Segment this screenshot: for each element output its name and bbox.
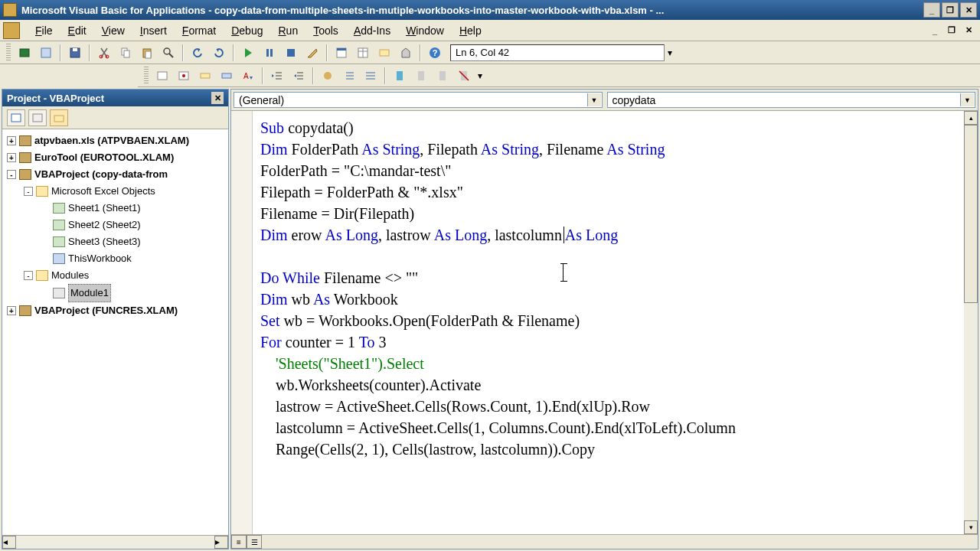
menu-add-ins[interactable]: Add-Ins [346, 21, 398, 40]
indent-button[interactable] [267, 66, 287, 86]
undo-button[interactable] [188, 43, 207, 63]
copy-button[interactable] [116, 43, 136, 63]
toolbox-button[interactable] [396, 43, 416, 63]
break-button[interactable] [260, 43, 279, 63]
view-code-button[interactable] [7, 109, 25, 126]
reset-button[interactable] [281, 43, 301, 63]
tree-expander[interactable]: + [7, 136, 16, 145]
menu-run[interactable]: Run [270, 21, 305, 40]
toolbar-overflow[interactable]: ▾ [665, 43, 675, 63]
dropdown-arrow-icon[interactable]: ▼ [587, 93, 601, 106]
tree-expander[interactable]: - [7, 170, 16, 179]
cursor-position: Ln 6, Col 42 [450, 44, 665, 61]
tree-expander[interactable]: - [24, 187, 33, 196]
breakpoint-button[interactable] [318, 66, 338, 86]
toolbar-grip[interactable] [144, 67, 149, 85]
tree-node[interactable]: Module1 [4, 284, 227, 302]
project-close-button[interactable]: ✕ [211, 92, 224, 104]
menu-help[interactable]: Help [452, 21, 489, 40]
save-button[interactable] [65, 43, 85, 63]
mdi-close[interactable]: ✕ [962, 24, 975, 37]
menu-edit[interactable]: Edit [60, 21, 94, 40]
toggle-folders-button[interactable] [50, 109, 68, 126]
minimize-button[interactable]: _ [923, 2, 940, 18]
bookmark-prev-button[interactable] [433, 66, 452, 86]
full-module-view-button[interactable]: ☰ [247, 535, 262, 549]
mdi-minimize[interactable]: _ [928, 24, 942, 37]
svg-rect-23 [158, 72, 167, 80]
tree-label: Sheet2 (Sheet2) [68, 217, 141, 233]
complete-word-button[interactable]: A [238, 66, 258, 86]
tree-expander[interactable]: + [7, 153, 16, 162]
scroll-down-button[interactable]: ▾ [964, 520, 978, 534]
code-margin[interactable] [231, 111, 253, 534]
tree-node[interactable]: ThisWorkbook [4, 250, 227, 267]
project-explorer-button[interactable] [332, 43, 351, 63]
sheet-icon [53, 220, 65, 230]
insert-module-button[interactable] [36, 43, 56, 63]
tree-node[interactable]: -VBAProject (copy-data-from [4, 166, 227, 183]
svg-rect-12 [266, 49, 269, 57]
menu-debug[interactable]: Debug [224, 21, 270, 40]
run-button[interactable] [238, 43, 258, 63]
scroll-thumb[interactable] [964, 125, 978, 303]
restore-button[interactable]: ❐ [942, 2, 959, 18]
view-excel-button[interactable] [15, 43, 34, 63]
tree-node[interactable]: +EuroTool (EUROTOOL.XLAM) [4, 149, 227, 166]
mdi-restore[interactable]: ❐ [945, 24, 959, 37]
svg-rect-1 [41, 48, 51, 57]
tree-node[interactable]: +atpvbaen.xls (ATPVBAEN.XLAM) [4, 132, 227, 149]
scroll-right-button[interactable]: ▸ [214, 536, 228, 549]
menu-view[interactable]: View [94, 21, 132, 40]
dropdown-arrow-icon[interactable]: ▼ [960, 93, 974, 106]
comment-block-button[interactable] [339, 66, 359, 86]
list-constants-button[interactable] [174, 66, 194, 86]
tree-node[interactable]: Sheet3 (Sheet3) [4, 233, 227, 250]
tree-node[interactable]: +VBAProject (FUNCRES.XLAM) [4, 302, 227, 319]
menu-tools[interactable]: Tools [305, 21, 346, 40]
close-button[interactable]: ✕ [960, 2, 977, 18]
toolbar-grip[interactable] [6, 44, 11, 62]
uncomment-block-button[interactable] [361, 66, 381, 86]
view-object-button[interactable] [28, 109, 47, 126]
help-button[interactable]: ? [425, 43, 445, 63]
menu-format[interactable]: Format [175, 21, 224, 40]
menu-window[interactable]: Window [398, 21, 452, 40]
tree-expander[interactable]: - [24, 271, 33, 280]
tree-node[interactable]: -Modules [4, 267, 227, 284]
scroll-up-button[interactable]: ▴ [964, 111, 978, 125]
menu-file[interactable]: File [28, 21, 60, 40]
object-dropdown[interactable]: (General) ▼ [234, 92, 603, 108]
svg-rect-43 [418, 71, 424, 80]
find-button[interactable] [158, 43, 178, 63]
bookmark-clear-button[interactable] [454, 66, 474, 86]
paste-button[interactable] [137, 43, 157, 63]
svg-text:A: A [243, 72, 249, 80]
bookmark-next-button[interactable] [411, 66, 431, 86]
tree-node[interactable]: Sheet2 (Sheet2) [4, 217, 227, 233]
toolbar-overflow[interactable]: ▾ [475, 66, 485, 86]
project-tree[interactable]: +atpvbaen.xls (ATPVBAEN.XLAM)+EuroTool (… [2, 129, 228, 535]
parameter-info-button[interactable] [217, 66, 237, 86]
tree-node[interactable]: Sheet1 (Sheet1) [4, 200, 227, 217]
bookmark-toggle-button[interactable] [390, 66, 410, 86]
code-editor[interactable]: Sub copydata() Dim FolderPath As String,… [253, 111, 964, 534]
outdent-button[interactable] [289, 66, 309, 86]
project-hscroll[interactable]: ◂ ▸ [2, 535, 228, 549]
procedure-view-button[interactable]: ≡ [231, 535, 247, 549]
tree-expander[interactable]: + [7, 306, 16, 315]
tree-label: atpvbaen.xls (ATPVBAEN.XLAM) [34, 132, 189, 149]
menu-insert[interactable]: Insert [132, 21, 175, 40]
scroll-left-button[interactable]: ◂ [2, 536, 16, 549]
list-properties-button[interactable] [152, 66, 172, 86]
excel-icon[interactable] [3, 22, 20, 39]
quick-info-button[interactable] [195, 66, 215, 86]
properties-button[interactable] [353, 43, 373, 63]
redo-button[interactable] [209, 43, 229, 63]
object-browser-button[interactable] [374, 43, 394, 63]
tree-node[interactable]: -Microsoft Excel Objects [4, 183, 227, 200]
code-vscroll[interactable]: ▴ ▾ [964, 111, 978, 534]
design-mode-button[interactable] [302, 43, 322, 63]
procedure-dropdown[interactable]: copydata ▼ [607, 92, 976, 108]
cut-button[interactable] [94, 43, 114, 63]
